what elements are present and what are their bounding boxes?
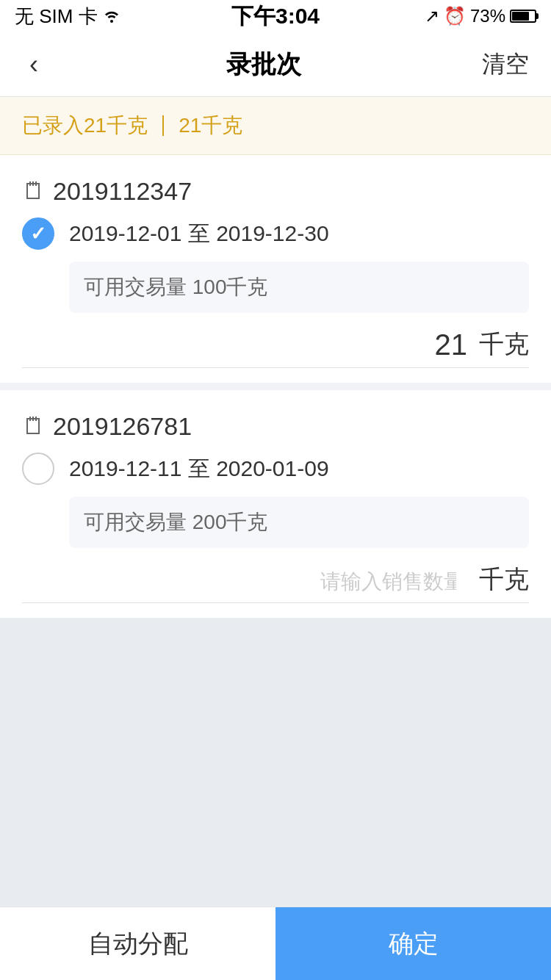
batch-header-2: 🗒 2019126781 <box>22 412 529 441</box>
radio-button-2[interactable] <box>22 453 54 485</box>
recorded-label: 已录入21千克 <box>22 112 148 140</box>
section-divider <box>0 383 551 390</box>
radio-button-1[interactable] <box>22 217 54 250</box>
nav-title: 录批次 <box>226 48 301 82</box>
batch-id-2: 2019126781 <box>53 412 192 441</box>
gray-area <box>0 618 551 941</box>
batch-item-1: 🗒 2019112347 2019-12-01 至 2019-12-30 可用交… <box>0 155 551 383</box>
back-button[interactable]: ‹ <box>22 42 46 87</box>
qty-input-row-2[interactable]: 千克 <box>22 563 529 603</box>
clear-button[interactable]: 清空 <box>482 48 529 81</box>
location-icon: ↗ <box>425 6 439 26</box>
status-carrier: 无 SIM 卡 <box>15 4 120 29</box>
batch-date-1: 2019-12-01 至 2019-12-30 <box>69 219 329 249</box>
batch-header-1: 🗒 2019112347 <box>22 177 529 206</box>
qty-unit-2: 千克 <box>479 563 529 597</box>
battery-percent: 73% <box>470 6 505 26</box>
carrier-text: 无 SIM 卡 <box>15 4 98 29</box>
doc-icon-2: 🗒 <box>22 413 46 440</box>
wifi-icon <box>104 10 120 23</box>
qty-unit-1: 千克 <box>479 328 529 361</box>
info-divider <box>162 115 164 136</box>
battery-icon <box>510 10 536 23</box>
bottom-bar: 自动分配 确定 <box>0 907 551 980</box>
status-time: 下午3:04 <box>231 1 320 32</box>
qty-input-row-1: 21 千克 <box>22 328 529 368</box>
alarm-icon: ⏰ <box>444 6 466 26</box>
status-right: ↗ ⏰ 73% <box>425 6 536 26</box>
batch-date-2: 2019-12-11 至 2020-01-09 <box>69 454 329 484</box>
nav-bar: ‹ 录批次 清空 <box>0 32 551 97</box>
qty-input-2[interactable] <box>320 566 467 594</box>
available-qty-2: 可用交易量 200千克 <box>69 497 529 548</box>
batch-date-row-1: 2019-12-01 至 2019-12-30 <box>22 217 529 250</box>
confirm-button[interactable]: 确定 <box>276 907 551 980</box>
batch-id-1: 2019112347 <box>53 177 192 206</box>
status-bar: 无 SIM 卡 下午3:04 ↗ ⏰ 73% <box>0 0 551 32</box>
batch-date-row-2: 2019-12-11 至 2020-01-09 <box>22 453 529 485</box>
available-qty-1: 可用交易量 100千克 <box>69 262 529 313</box>
doc-icon-1: 🗒 <box>22 178 46 205</box>
auto-distribute-button[interactable]: 自动分配 <box>0 907 276 980</box>
total-label: 21千克 <box>179 112 242 140</box>
batch-item-2: 🗒 2019126781 2019-12-11 至 2020-01-09 可用交… <box>0 390 551 618</box>
info-banner: 已录入21千克 21千克 <box>0 97 551 155</box>
qty-value-1: 21 <box>435 328 468 361</box>
